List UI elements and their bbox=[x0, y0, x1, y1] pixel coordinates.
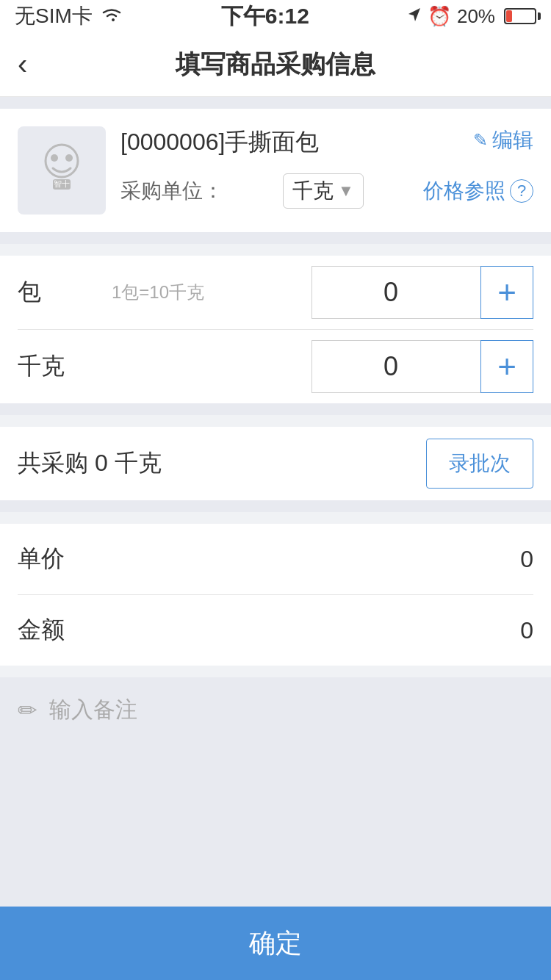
status-time: 下午6:12 bbox=[221, 1, 309, 32]
price-row-total: 金额 0 bbox=[0, 595, 551, 666]
battery-icon bbox=[504, 8, 536, 24]
status-bar: 无SIM卡 下午6:12 ⏰ 20% bbox=[0, 0, 551, 32]
unit-price-label: 单价 bbox=[18, 543, 65, 575]
unit-price-value: 0 bbox=[520, 546, 533, 573]
input-label-kg: 千克 bbox=[18, 350, 106, 383]
wifi-icon bbox=[100, 4, 123, 28]
svg-text:智十: 智十 bbox=[54, 179, 70, 188]
product-name: [0000006]手撕面包 bbox=[120, 126, 473, 159]
input-section: 包 1包=10千克 + 千克 + bbox=[0, 256, 551, 403]
svg-point-1 bbox=[51, 154, 58, 162]
svg-point-2 bbox=[65, 154, 73, 162]
summary-amount: 0 bbox=[95, 450, 108, 476]
price-row-unit: 单价 0 bbox=[0, 524, 551, 594]
product-image: 智十 bbox=[18, 126, 106, 215]
product-info: [0000006]手撕面包 ✎ 编辑 采购单位： 千克 ▼ 价格参照 ? bbox=[120, 126, 533, 209]
input-row-package: 包 1包=10千克 + bbox=[0, 256, 551, 329]
top-divider bbox=[0, 97, 551, 109]
mid-divider-2 bbox=[0, 403, 551, 415]
price-ref-button[interactable]: 价格参照 ? bbox=[423, 177, 533, 205]
qty-input-kg[interactable] bbox=[311, 340, 480, 393]
unit-value: 千克 bbox=[292, 177, 334, 205]
remark-section[interactable]: ✏ 输入备注 bbox=[0, 677, 551, 743]
plus-button-kg[interactable]: + bbox=[480, 340, 533, 393]
product-unit-row: 采购单位： 千克 ▼ 价格参照 ? bbox=[120, 173, 533, 209]
input-label-package: 包 bbox=[18, 276, 106, 309]
product-card: 智十 [0000006]手撕面包 ✎ 编辑 采购单位： 千克 ▼ 价格参照 ? bbox=[0, 109, 551, 232]
status-right: ⏰ 20% bbox=[407, 5, 536, 28]
status-left: 无SIM卡 bbox=[15, 2, 123, 30]
input-right-package: + bbox=[311, 266, 533, 319]
summary-section: 共采购 0 千克 录批次 bbox=[0, 427, 551, 500]
qty-input-package[interactable] bbox=[311, 266, 480, 319]
edit-button[interactable]: ✎ 编辑 bbox=[473, 126, 533, 154]
product-logo-text: 智十 bbox=[32, 139, 91, 203]
unit-select[interactable]: 千克 ▼ bbox=[283, 173, 364, 209]
mid-divider-3 bbox=[0, 500, 551, 512]
price-section: 单价 0 金额 0 bbox=[0, 524, 551, 666]
carrier-label: 无SIM卡 bbox=[15, 2, 93, 30]
input-right-kg: + bbox=[311, 340, 533, 393]
alarm-icon: ⏰ bbox=[428, 5, 451, 28]
battery-percent: 20% bbox=[457, 5, 495, 28]
remark-placeholder: 输入备注 bbox=[49, 695, 137, 725]
total-amount-label: 金额 bbox=[18, 614, 65, 646]
location-icon bbox=[407, 5, 422, 28]
confirm-button[interactable]: 确定 bbox=[0, 907, 551, 980]
price-ref-label: 价格参照 bbox=[423, 177, 505, 205]
input-row-kg: 千克 + bbox=[0, 330, 551, 403]
edit-icon: ✎ bbox=[473, 130, 488, 151]
nav-bar: ‹ 填写商品采购信息 bbox=[0, 32, 551, 97]
product-header: [0000006]手撕面包 ✎ 编辑 bbox=[120, 126, 533, 159]
back-button[interactable]: ‹ bbox=[18, 48, 27, 81]
pencil-icon: ✏ bbox=[18, 696, 37, 724]
plus-button-package[interactable]: + bbox=[480, 266, 533, 319]
summary-unit: 千克 bbox=[115, 450, 162, 476]
help-icon: ? bbox=[510, 179, 533, 203]
unit-label: 采购单位： bbox=[120, 177, 223, 205]
input-sublabel-package: 1包=10千克 bbox=[112, 281, 204, 304]
mid-divider-1 bbox=[0, 232, 551, 244]
record-batch-button[interactable]: 录批次 bbox=[426, 439, 533, 489]
summary-label: 共采购 0 千克 bbox=[18, 447, 162, 480]
summary-row: 共采购 0 千克 录批次 bbox=[0, 427, 551, 500]
page-title: 填写商品采购信息 bbox=[176, 48, 375, 82]
chevron-down-icon: ▼ bbox=[338, 181, 354, 201]
edit-label: 编辑 bbox=[492, 126, 533, 154]
total-amount-value: 0 bbox=[520, 617, 533, 644]
